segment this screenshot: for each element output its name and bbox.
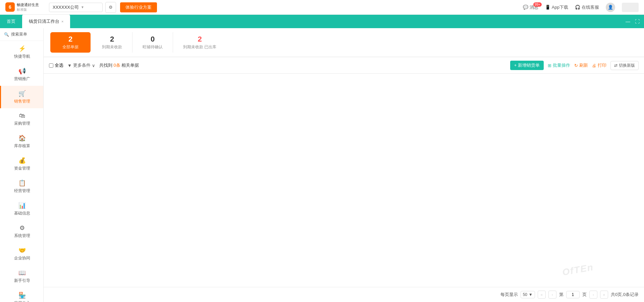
stat-num-wangfu: 0 (151, 35, 155, 44)
per-page-label: 每页显示 (500, 292, 518, 298)
table-area (44, 74, 644, 287)
page-size-arrow: ▼ (529, 292, 533, 297)
sidebar-label-basic-info: 基础信息 (14, 210, 30, 216)
page-next-button[interactable]: › (589, 291, 597, 299)
checkbox-input[interactable] (49, 63, 53, 68)
new-sales-order-button[interactable]: + 新增销货单 (510, 61, 544, 70)
content-area: 2 全部单据 2 到期未收款 0 旺辅待确认 2 到期未收款 已出库 全选 (44, 28, 644, 302)
sidebar-item-quick-nav[interactable]: ⚡ 快捷导航 (0, 41, 43, 63)
filter-label: 更多条件 (73, 62, 91, 68)
page-label: 第 (559, 292, 564, 298)
tab-close-icon[interactable]: × (61, 19, 63, 23)
refresh-button[interactable]: ↻ 刷新 (574, 62, 588, 68)
system-icon: ⚙ (19, 224, 25, 232)
stats-bar: 2 全部单据 2 到期未收款 0 旺辅待确认 2 到期未收款 已出库 (44, 28, 644, 57)
stat-label-shipped: 到期未收款 已出库 (183, 44, 216, 50)
logo-text-block: 畅捷通好生意 标准版 (17, 2, 39, 12)
stat-card-shipped[interactable]: 2 到期未收款 已出库 (173, 32, 226, 53)
sidebar-item-finance[interactable]: 💰 资金管理 (0, 153, 43, 175)
messages-badge: 99+ (533, 2, 542, 7)
sidebar-item-sales[interactable]: 🛒 销售管理 (0, 86, 43, 108)
sidebar-item-marketing[interactable]: 📢 营销推广 (0, 63, 43, 86)
tab-active[interactable]: 钱货日清工作台 × (22, 15, 70, 28)
enterprise-icon: 🤝 (18, 247, 26, 254)
main-layout: 🔍 搜索菜单 ⚡ 快捷导航 📢 营销推广 🛒 销售管理 🛍 采购管理 🏠 库存核… (0, 28, 644, 302)
nav-tabs: 首页 钱货日清工作台 × — ⛶ (0, 15, 644, 28)
logo-icon: 6 (5, 2, 15, 12)
select-all-label: 全选 (55, 62, 63, 68)
print-button[interactable]: 🖨 打印 (592, 62, 606, 68)
sidebar-item-enterprise[interactable]: 🤝 企业协同 (0, 243, 43, 265)
sidebar-label-finance: 资金管理 (14, 166, 30, 171)
sidebar-label-inventory: 库存核算 (14, 143, 30, 149)
company-selector[interactable]: XXXXXX公司 ▼ (49, 3, 103, 12)
search-label: 搜索菜单 (11, 32, 27, 37)
message-icon: 💬 (523, 5, 528, 10)
nav-minimize-icon[interactable]: — (624, 17, 632, 25)
stat-card-wangfu[interactable]: 0 旺辅待确认 (132, 32, 173, 53)
sidebar-label-purchase: 采购管理 (14, 121, 30, 126)
user-name-placeholder (622, 3, 639, 12)
sidebar-item-basic-info[interactable]: 📊 基础信息 (0, 198, 43, 220)
company-name: XXXXXX公司 (53, 4, 79, 10)
purchase-icon: 🛍 (19, 112, 25, 119)
sidebar-label-marketing: 营销推广 (14, 76, 30, 82)
found-text: 共找到 0条 相关单据 (99, 62, 139, 68)
service-icon: 🎧 (575, 5, 580, 10)
batch-operation-button[interactable]: ⊞ 批量操作 (548, 62, 570, 68)
operations-icon: 📋 (18, 179, 26, 187)
sidebar-label-sales: 销售管理 (14, 99, 30, 104)
basic-info-icon: 📊 (18, 202, 26, 209)
sidebar-item-operations[interactable]: 📋 经营管理 (0, 175, 43, 198)
stat-label-overdue: 到期未收款 (102, 44, 122, 50)
found-count: 0条 (114, 63, 120, 68)
stat-card-all[interactable]: 2 全部单据 (50, 32, 91, 53)
tab-home[interactable]: 首页 (0, 15, 22, 28)
experience-button[interactable]: 体验行业方案 (120, 2, 157, 12)
stat-card-overdue[interactable]: 2 到期未收款 (92, 32, 132, 53)
stat-num-all: 2 (68, 35, 72, 44)
sidebar-item-system[interactable]: ⚙ 系统管理 (0, 220, 43, 243)
sidebar-item-purchase[interactable]: 🛍 采购管理 (0, 108, 43, 130)
sidebar-label-quick-nav: 快捷导航 (14, 54, 30, 59)
marketing-icon: 📢 (18, 67, 26, 75)
switch-icon: ⇄ (614, 63, 618, 68)
filter-icon: ▼ (67, 63, 72, 68)
app-center-icon: 🏪 (18, 292, 26, 299)
sidebar-label-enterprise: 企业协同 (14, 255, 30, 261)
page-last-button[interactable]: » (600, 291, 608, 299)
settings-icon[interactable]: ⚙ (105, 2, 116, 13)
page-input[interactable] (566, 291, 580, 298)
logo-tag: 标准版 (17, 7, 39, 12)
select-all-checkbox[interactable]: 全选 (49, 62, 63, 68)
nav-right-controls: — ⛶ (624, 17, 644, 25)
page-prev-button[interactable]: ‹ (548, 291, 556, 299)
avatar[interactable]: 👤 (606, 3, 615, 12)
stat-num-overdue: 2 (110, 35, 114, 44)
messages-item[interactable]: 💬 消息 99+ (523, 4, 538, 10)
header-right: 💬 消息 99+ 📱 App下载 🎧 在线客服 👤 (523, 3, 639, 12)
quick-nav-icon: ⚡ (18, 45, 26, 52)
sidebar-item-guide[interactable]: 📖 新手引导 (0, 265, 43, 288)
online-service-label: 在线客服 (582, 4, 599, 10)
online-service-item[interactable]: 🎧 在线客服 (575, 4, 599, 10)
sidebar-search[interactable]: 🔍 搜索菜单 (0, 28, 43, 41)
chevron-icon: ∨ (92, 63, 95, 68)
stat-num-shipped: 2 (198, 35, 202, 44)
top-header: 6 畅捷通好生意 标准版 XXXXXX公司 ▼ ⚙ 体验行业方案 💬 消息 99… (0, 0, 644, 15)
sidebar-item-inventory[interactable]: 🏠 库存核算 (0, 130, 43, 153)
guide-icon: 📖 (18, 269, 26, 277)
logo-area: 6 畅捷通好生意 标准版 (5, 2, 49, 12)
finance-icon: 💰 (18, 157, 26, 164)
inventory-icon: 🏠 (18, 134, 26, 142)
app-download-item[interactable]: 📱 App下载 (545, 4, 568, 10)
sidebar-item-app-center[interactable]: 🏪 应用中心 (0, 288, 43, 302)
logo-title: 畅捷通好生意 (17, 2, 39, 7)
nav-expand-icon[interactable]: ⛶ (633, 17, 641, 25)
sidebar-label-app-center: 应用中心 (14, 300, 30, 302)
refresh-icon: ↻ (574, 63, 578, 68)
page-first-button[interactable]: « (538, 291, 546, 299)
page-size-select[interactable]: 50 ▼ (521, 291, 535, 298)
switch-version-button[interactable]: ⇄ 切换新版 (610, 61, 639, 70)
filter-button[interactable]: ▼ 更多条件 ∨ (67, 62, 95, 68)
